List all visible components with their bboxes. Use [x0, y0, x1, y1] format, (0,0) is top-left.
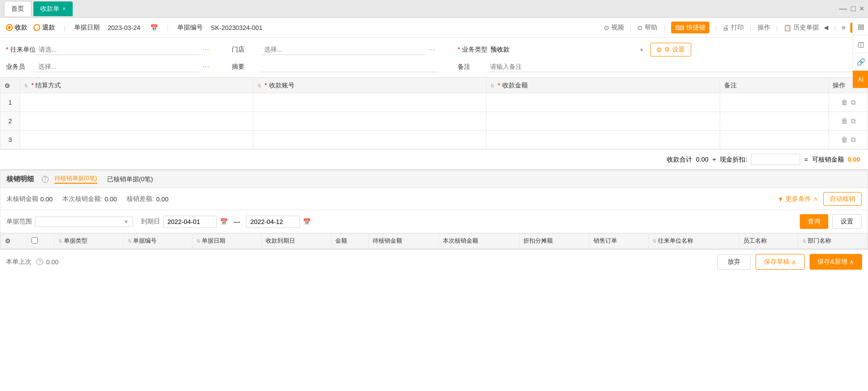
- row-3-amount[interactable]: [487, 131, 720, 149]
- form-row-2: 业务员 ··· 摘要 备注: [6, 61, 862, 72]
- row-1-delete-btn[interactable]: 🗑: [841, 98, 848, 107]
- col-sales-order-header: 销售订单: [589, 234, 648, 249]
- store-input[interactable]: [261, 44, 426, 55]
- row-2-copy-btn[interactable]: ⧉: [851, 117, 856, 125]
- row-3-remark[interactable]: [720, 131, 828, 149]
- row-2-delete-btn[interactable]: 🗑: [841, 117, 848, 125]
- total-label: 收款合计: [667, 155, 692, 164]
- date-calendar-icon[interactable]: 📅: [150, 24, 158, 31]
- checkbox-col-header: ⚙: [1, 234, 27, 249]
- operate-btn[interactable]: 操作: [758, 23, 770, 32]
- col-account-header: ⇅ * 收款账号: [253, 78, 487, 93]
- row-3-delete-btn[interactable]: 🗑: [841, 136, 848, 144]
- receipt-radio[interactable]: 收款: [6, 23, 27, 32]
- auto-nuclear-btn[interactable]: 自动核销: [823, 192, 862, 206]
- row-1-amount[interactable]: [487, 93, 720, 112]
- help-btn[interactable]: ⊙ 帮助: [637, 23, 657, 32]
- nav-next-btn[interactable]: ≡: [841, 24, 845, 31]
- footer-info: 本单上次 ? 0.00: [6, 257, 58, 266]
- select-all-checkbox[interactable]: [31, 237, 38, 244]
- receipt-refund-group: 收款 退款: [6, 23, 55, 32]
- tab-close-btn[interactable]: ×: [62, 5, 66, 12]
- nuclear-section: 核销明细 ? 待核销单据(0笔) 已核销单据(0笔) 未核销金额 0.00 本次…: [0, 169, 868, 249]
- right-panel-icon-2[interactable]: ◫: [853, 35, 868, 53]
- row-1-settlement[interactable]: [20, 93, 253, 112]
- nuclear-table: ⚙ ⇅单据类型 ⇅单据编号 ⇅单据日期: [0, 233, 868, 249]
- table-row: 3 🗑 ⧉: [0, 131, 868, 149]
- row-num-3: 3: [0, 131, 20, 149]
- refund-radio[interactable]: 退款: [33, 23, 55, 32]
- col-dept-header: ⇅部门名称: [798, 234, 868, 249]
- date-label: 单据日期: [74, 23, 100, 32]
- history-btn[interactable]: 📋 历史单据: [784, 23, 819, 32]
- settings-btn[interactable]: ⚙ ⚙ 设置: [650, 43, 691, 56]
- salesperson-more-btn[interactable]: ···: [200, 62, 212, 71]
- pending-tab[interactable]: 待核销单据(0笔): [54, 174, 97, 184]
- refund-radio-label: 退款: [42, 23, 55, 32]
- nuclear-title: 核销明细: [6, 175, 34, 184]
- row-3-account[interactable]: [253, 131, 487, 149]
- business-type-arrow[interactable]: ▼: [639, 47, 644, 53]
- discount-input[interactable]: [751, 154, 800, 165]
- number-value: SK-20230324-001: [211, 24, 263, 31]
- date-to-icon[interactable]: 📅: [303, 218, 311, 225]
- store-label: 门店: [232, 45, 261, 54]
- counterpart-more-btn[interactable]: ···: [200, 45, 212, 54]
- counterpart-input[interactable]: [36, 44, 200, 55]
- table-row: 2 🗑 ⧉: [0, 112, 868, 131]
- row-2-amount[interactable]: [487, 112, 720, 131]
- date-to-input[interactable]: [246, 216, 300, 228]
- col-settings-header[interactable]: ⚙: [0, 78, 20, 93]
- col-doc-type-header: ⇅单据类型: [54, 234, 124, 249]
- col-due-date-header: 收款到期日: [261, 234, 331, 249]
- col-discount-header: 折扣分摊额: [519, 234, 589, 249]
- row-3-settlement[interactable]: [20, 131, 253, 149]
- right-panel-icon-4[interactable]: Ai: [853, 71, 868, 88]
- col-current-nuclear-header: 本次核销金额: [438, 234, 519, 249]
- row-1-remark[interactable]: [720, 93, 828, 112]
- range-select[interactable]: ▼: [35, 217, 133, 227]
- salesperson-input[interactable]: [35, 61, 200, 72]
- row-1-copy-btn[interactable]: ⧉: [851, 98, 856, 107]
- row-1-account[interactable]: [253, 93, 487, 112]
- video-btn[interactable]: ⊙ 视频: [604, 23, 624, 32]
- settings-bottom-icon[interactable]: ⚙: [5, 237, 11, 245]
- tab-home[interactable]: 首页: [4, 1, 31, 16]
- right-panel-icon-1[interactable]: ▤: [853, 18, 868, 35]
- shortcut-btn[interactable]: ⌨ 快捷键: [671, 22, 709, 33]
- summary-input[interactable]: [261, 61, 438, 72]
- store-more-btn[interactable]: ···: [426, 45, 438, 54]
- window-close-btn[interactable]: ×: [860, 4, 864, 13]
- row-3-copy-btn[interactable]: ⧉: [851, 136, 856, 144]
- plus-sign: +: [712, 156, 716, 163]
- counterpart-field: * 往来单位 ···: [6, 44, 212, 55]
- search-settings-btn[interactable]: 设置: [832, 214, 862, 229]
- nav-prev-btn[interactable]: ◀: [824, 24, 828, 31]
- more-conditions-btn[interactable]: ▼ 更多条件 ∧: [778, 195, 819, 203]
- receipt-table: ⚙ ⇅ * 结算方式 ⇅ * 收款账号 ⇅ * 收款: [0, 78, 868, 149]
- row-2-account[interactable]: [253, 112, 487, 131]
- save-new-btn[interactable]: 保存&新增 ∧: [810, 254, 862, 270]
- date-from-icon[interactable]: 📅: [220, 218, 228, 225]
- search-row: 单据范围 ▼ 到期日 📅 — 📅 查询 设置: [0, 210, 868, 233]
- remark-input[interactable]: [487, 61, 862, 72]
- row-2-remark[interactable]: [720, 112, 828, 131]
- done-tab[interactable]: 已核销单据(0笔): [107, 175, 153, 184]
- footer-info-icon[interactable]: ?: [36, 258, 43, 265]
- col-pending-header: 待核销金额: [369, 234, 438, 249]
- date-value: 2023-03-24: [108, 24, 140, 31]
- upper-table-wrapper: ⚙ ⇅ * 结算方式 ⇅ * 收款账号 ⇅ * 收款: [0, 78, 868, 149]
- abandon-btn[interactable]: 放弃: [717, 254, 751, 270]
- summary-row: 收款合计 0.00 + 现金折扣: = 可核销金额 0.00: [0, 149, 868, 169]
- save-draft-btn[interactable]: 保存草稿 ∧: [756, 254, 805, 270]
- window-minimize-btn[interactable]: —: [839, 4, 847, 13]
- nuclear-info-icon[interactable]: ?: [42, 176, 49, 183]
- date-from-input[interactable]: [163, 216, 217, 228]
- equals-sign: =: [804, 156, 808, 163]
- query-btn[interactable]: 查询: [800, 214, 828, 229]
- print-btn[interactable]: 🖨 打印: [723, 23, 744, 32]
- row-2-settlement[interactable]: [20, 112, 253, 131]
- right-panel-icon-3[interactable]: 🔗: [853, 53, 868, 71]
- tab-receipt[interactable]: 收款单 ×: [33, 1, 73, 16]
- window-maximize-btn[interactable]: □: [851, 4, 856, 13]
